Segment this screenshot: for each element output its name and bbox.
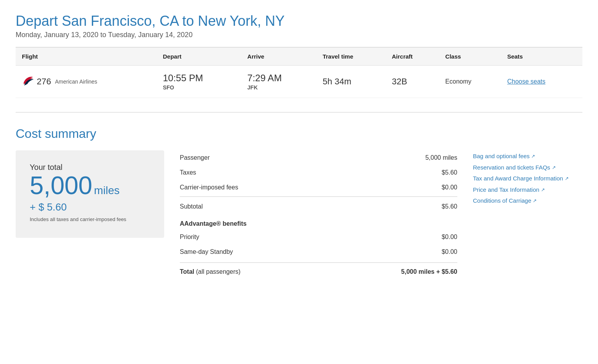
page-header: Depart San Francisco, CA to New York, NY… [16, 12, 582, 39]
depart-airport: SFO [163, 84, 235, 91]
your-total-label: Your total [30, 163, 150, 172]
external-link-icon-3: ↗︎ [541, 186, 545, 193]
airline-name: American Airlines [55, 79, 97, 85]
travel-time-value: 5h 34m [322, 77, 351, 86]
col-depart: Depart [157, 48, 241, 66]
taxes-label: Taxes [180, 169, 418, 176]
cost-summary-layout: Your total 5,000 miles + $ 5.60 Includes… [16, 150, 582, 275]
standby-value: $0.00 [418, 248, 457, 255]
table-header-row: Flight Depart Arrive Travel time Aircraf… [16, 48, 582, 66]
total-label: Total (all passengers) [180, 268, 240, 275]
reservation-faqs-link[interactable]: Reservation and tickets FAQs ↗︎ [473, 163, 582, 172]
passenger-row: Passenger 5,000 miles [180, 150, 457, 165]
section-divider [16, 112, 582, 112]
choose-seats-link[interactable]: Choose seats [507, 78, 546, 85]
links-column: Bag and optional fees ↗︎ Reservation and… [473, 150, 582, 205]
arrive-airport: JFK [247, 84, 310, 91]
taxes-value: $5.60 [418, 169, 457, 176]
flight-cell: 276 American Airlines [16, 66, 157, 98]
benefits-header: AAdvantage® benefits [180, 214, 457, 230]
carrier-fees-label: Carrier-imposed fees [180, 184, 418, 191]
col-seats: Seats [501, 48, 582, 66]
total-row: Total (all passengers) 5,000 miles + $5.… [180, 262, 457, 275]
col-aircraft: Aircraft [385, 48, 439, 66]
taxes-row: Taxes $5.60 [180, 165, 457, 180]
priority-label: Priority [180, 234, 418, 241]
priority-row: Priority $0.00 [180, 230, 457, 244]
flight-table-wrapper: Flight Depart Arrive Travel time Aircraf… [16, 47, 582, 98]
class-value: Economy [445, 78, 471, 85]
subtotal-divider [180, 196, 457, 197]
cost-summary-title: Cost summary [16, 127, 582, 141]
bag-fees-link[interactable]: Bag and optional fees ↗︎ [473, 152, 582, 161]
total-box: Your total 5,000 miles + $ 5.60 Includes… [16, 150, 164, 237]
miles-display: 5,000 miles [30, 172, 150, 199]
depart-time: 10:55 PM [163, 73, 235, 84]
miles-amount: 5,000 [30, 171, 92, 200]
conditions-carriage-link[interactable]: Conditions of Carriage ↗︎ [473, 196, 582, 205]
cost-breakdown: Passenger 5,000 miles Taxes $5.60 Carrie… [164, 150, 473, 275]
passenger-value: 5,000 miles [418, 154, 457, 161]
external-link-icon-0: ↗︎ [531, 153, 535, 160]
col-class: Class [439, 48, 501, 66]
page-title: Depart San Francisco, CA to New York, NY [16, 12, 582, 29]
arrive-time: 7:29 AM [247, 73, 310, 84]
travel-time-cell: 5h 34m [316, 66, 385, 98]
depart-cell: 10:55 PM SFO [157, 66, 241, 98]
carrier-fees-value: $0.00 [418, 184, 457, 191]
cost-summary-section: Cost summary Your total 5,000 miles + $ … [16, 127, 582, 275]
external-link-icon-2: ↗︎ [565, 175, 569, 182]
standby-row: Same-day Standby $0.00 [180, 244, 457, 259]
external-link-icon-4: ↗︎ [533, 197, 537, 204]
col-flight: Flight [16, 48, 157, 66]
arrive-cell: 7:29 AM JFK [241, 66, 317, 98]
subtotal-value: $5.60 [418, 203, 457, 210]
miles-unit: miles [94, 184, 120, 196]
price-tax-link[interactable]: Price and Tax Information ↗︎ [473, 186, 582, 194]
carrier-fees-row: Carrier-imposed fees $0.00 [180, 180, 457, 195]
table-row: 276 American Airlines 10:55 PM SFO 7:29 … [16, 66, 582, 98]
subtotal-label: Subtotal [180, 203, 418, 210]
class-cell: Economy [439, 66, 501, 98]
priority-value: $0.00 [418, 234, 457, 241]
plus-dollars: + $ 5.60 [30, 201, 150, 213]
aircraft-cell: 32B [385, 66, 439, 98]
col-arrive: Arrive [241, 48, 317, 66]
page-subtitle: Monday, January 13, 2020 to Tuesday, Jan… [16, 31, 582, 39]
total-value: 5,000 miles + $5.60 [401, 268, 457, 275]
flight-number: 276 [37, 77, 51, 87]
passenger-label: Passenger [180, 154, 418, 161]
includes-note: Includes all taxes and carrier-imposed f… [30, 216, 150, 222]
airline-logo-icon [22, 77, 34, 87]
aircraft-value: 32B [392, 77, 407, 86]
tax-award-link[interactable]: Tax and Award Charge Information ↗︎ [473, 174, 582, 183]
standby-label: Same-day Standby [180, 248, 418, 255]
seats-cell: Choose seats [501, 66, 582, 98]
external-link-icon-1: ↗︎ [552, 164, 556, 171]
flight-table: Flight Depart Arrive Travel time Aircraf… [16, 47, 582, 98]
subtotal-row: Subtotal $5.60 [180, 198, 457, 214]
col-travel-time: Travel time [316, 48, 385, 66]
